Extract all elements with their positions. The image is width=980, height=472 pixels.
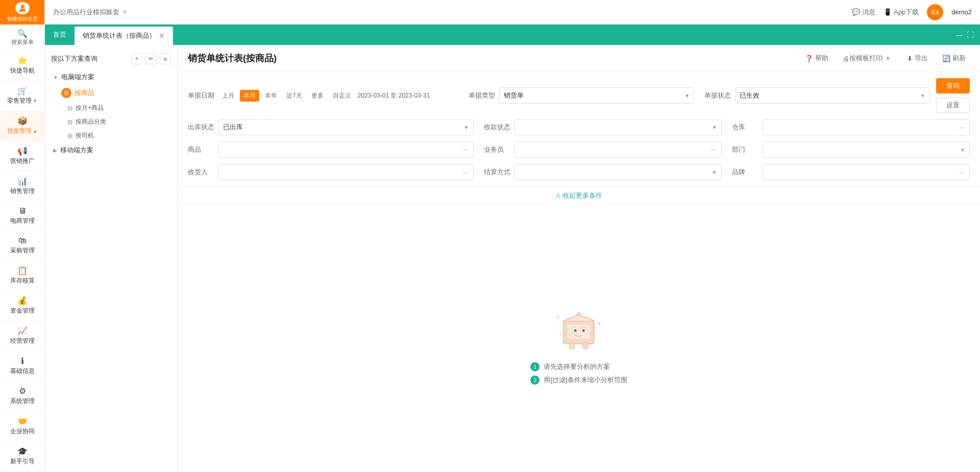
topbar-actions: 💬 消息 📱 App下载 Ea demo2 bbox=[852, 4, 972, 20]
sidebar-item-operations[interactable]: 📈 经营管理 bbox=[0, 321, 44, 351]
basic-info-label: 基础信息 bbox=[10, 367, 35, 375]
setting-button[interactable]: 设置 bbox=[936, 98, 970, 113]
sidebar-item-finance[interactable]: 💰 资金管理 bbox=[0, 291, 44, 321]
sidebar-item-wholesale[interactable]: 📦 批发管理 ▲ bbox=[0, 111, 44, 141]
tab-sales-stat-label: 销货单统计表（按商品） bbox=[83, 31, 156, 40]
brand-label: 品牌 bbox=[732, 168, 763, 177]
minimize-button[interactable]: — bbox=[955, 31, 963, 39]
tree-sub-item-goods-category[interactable]: ▤ 按商品分类 bbox=[45, 115, 177, 129]
add-scheme-button[interactable]: + bbox=[131, 53, 142, 64]
print-label: 按模板打印 bbox=[849, 54, 883, 63]
settle-select[interactable]: ▼ bbox=[514, 164, 722, 180]
sales-icon: 📊 bbox=[17, 176, 28, 186]
brand-select[interactable]: ··· bbox=[763, 164, 970, 180]
collapse-conditions-bar[interactable]: ∧ 收起更多条件 bbox=[178, 187, 980, 205]
doc-type-value: 销货单 bbox=[504, 91, 524, 100]
date-custom-btn[interactable]: 自定义 bbox=[329, 90, 355, 102]
brand-dots[interactable]: ··· bbox=[959, 168, 965, 176]
warehouse-select[interactable]: ··· bbox=[763, 119, 970, 135]
salesman-select[interactable]: ··· bbox=[514, 141, 722, 158]
out-status-field: 出库状态 已出库 ▼ bbox=[188, 119, 474, 135]
message-button[interactable]: 💬 消息 bbox=[852, 8, 875, 17]
driver-icon: ▤ bbox=[67, 132, 72, 139]
sidebar-item-retail[interactable]: 🛒 零售管理 ▼ bbox=[0, 81, 44, 111]
refresh-button[interactable]: 🔄 刷新 bbox=[938, 52, 970, 65]
sidebar-item-basic-info[interactable]: ℹ 基础信息 bbox=[0, 351, 44, 381]
app-download-button[interactable]: 📱 App下载 bbox=[884, 8, 919, 17]
edit-scheme-button[interactable]: ✏ bbox=[145, 53, 157, 64]
tree-section-pc-header[interactable]: ▼ 电脑端方案 bbox=[45, 69, 177, 85]
receiver-select[interactable]: ··· bbox=[218, 164, 474, 180]
print-dropdown-icon[interactable]: ▼ bbox=[883, 53, 893, 63]
sidebar-search[interactable]: 🔍 搜索菜单 bbox=[0, 25, 44, 51]
month-goods-icon: ▤ bbox=[67, 105, 72, 111]
sidebar-item-ecommerce[interactable]: 🖥 电商管理 bbox=[0, 201, 44, 231]
export-button[interactable]: ⬇ 导出 bbox=[903, 52, 932, 65]
tab-home[interactable]: 首页 bbox=[45, 25, 75, 45]
warehouse-dots[interactable]: ··· bbox=[959, 123, 965, 131]
query-button[interactable]: 查询 bbox=[936, 78, 970, 93]
warehouse-label: 仓库 bbox=[732, 123, 763, 132]
print-button[interactable]: 🖨 按模板打印 ▼ bbox=[839, 51, 897, 65]
goods-field: 商品 ··· bbox=[188, 141, 474, 158]
goods-select[interactable]: ··· bbox=[218, 141, 474, 158]
svg-text:✦: ✦ bbox=[597, 320, 602, 327]
salesman-label: 业务员 bbox=[484, 145, 514, 154]
print-icon: 🖨 bbox=[843, 55, 849, 62]
sidebar-item-cooperation[interactable]: 🤝 企业协同 bbox=[0, 411, 44, 441]
settle-label: 结算方式 bbox=[484, 168, 514, 177]
svg-point-6 bbox=[582, 329, 585, 332]
tab-sales-stat[interactable]: 销货单统计表（按商品） ✕ bbox=[75, 27, 173, 45]
settle-field: 结算方式 ▼ bbox=[484, 164, 722, 180]
date-this-year-btn[interactable]: 本年 bbox=[261, 90, 281, 102]
quick-nav-icon: ⭐ bbox=[17, 56, 28, 65]
date-more-btn[interactable]: 更多 bbox=[308, 90, 327, 102]
doc-status-select[interactable]: 已生效 ▼ bbox=[735, 87, 930, 104]
doc-type-select[interactable]: 销货单 ▼ bbox=[499, 87, 694, 104]
tree-section-mobile: ▶ 移动端方案 bbox=[45, 143, 177, 158]
empty-illustration: ? ✦ ✦ bbox=[548, 293, 609, 354]
sidebar-item-marketing[interactable]: 📢 营销推广 bbox=[0, 141, 44, 171]
form-row-2: 出库状态 已出库 ▼ 收款状态 ▼ bbox=[188, 119, 970, 135]
salesman-dots[interactable]: ··· bbox=[711, 146, 717, 154]
sidebar-item-quick-nav[interactable]: ⭐ 快捷导航 bbox=[0, 51, 44, 81]
brand-field: 品牌 ··· bbox=[732, 164, 970, 180]
date-7days-btn[interactable]: 近7天 bbox=[283, 90, 306, 102]
out-status-select[interactable]: 已出库 ▼ bbox=[218, 119, 474, 135]
topbar: 办公用品行业模拟账套 ▼ 💬 消息 📱 App下载 Ea demo2 bbox=[45, 0, 980, 25]
message-icon: 💬 bbox=[852, 8, 860, 16]
goods-category-icon: ▤ bbox=[67, 119, 72, 125]
retail-arrow: ▼ bbox=[33, 98, 38, 104]
sidebar-item-purchase[interactable]: 🛍 采购管理 bbox=[0, 231, 44, 261]
date-field: 单据日期 上月 本月 本年 近7天 更多 自定义 2023-03-01 至 20… bbox=[188, 90, 458, 102]
form-row-3: 商品 ··· 业务员 ··· bbox=[188, 141, 970, 158]
maximize-button[interactable]: ⛶ bbox=[967, 31, 974, 39]
help-label: 帮助 bbox=[815, 54, 828, 63]
sidebar-item-system[interactable]: ⚙ 系统管理 bbox=[0, 381, 44, 411]
receiver-label: 收货人 bbox=[188, 168, 218, 177]
goods-category-label: 按商品分类 bbox=[76, 117, 106, 126]
finance-icon: 💰 bbox=[17, 296, 28, 305]
collect-status-label: 收款状态 bbox=[484, 123, 514, 132]
tab-close-icon[interactable]: ✕ bbox=[159, 32, 165, 39]
help-button[interactable]: ❓ 帮助 bbox=[801, 52, 832, 65]
tree-sub-item-month-goods[interactable]: ▤ 按月+商品 bbox=[45, 101, 177, 115]
system-icon: ⚙ bbox=[19, 386, 26, 396]
sidebar-item-guide[interactable]: 🎓 新手引导 bbox=[0, 441, 44, 471]
sidebar-item-sales[interactable]: 📊 销售管理 bbox=[0, 171, 44, 201]
receiver-dots[interactable]: ··· bbox=[463, 168, 469, 176]
avatar[interactable]: Ea bbox=[927, 4, 943, 20]
collapse-panel-button[interactable]: « bbox=[160, 53, 171, 64]
department-select[interactable]: ▼ bbox=[763, 141, 970, 158]
filter-panel-title: 按以下方案查询 bbox=[51, 54, 128, 63]
date-prev-month-btn[interactable]: 上月 bbox=[218, 90, 238, 102]
collect-status-select[interactable]: ▼ bbox=[514, 119, 722, 135]
tree-section-mobile-header[interactable]: ▶ 移动端方案 bbox=[45, 143, 177, 158]
collect-status-field: 收款状态 ▼ bbox=[484, 119, 722, 135]
tree-item-by-goods[interactable]: 按 按商品 bbox=[45, 85, 177, 101]
logo-text: 畅捷信好生意 bbox=[7, 15, 38, 22]
tree-sub-item-driver[interactable]: ▤ 按司机 bbox=[45, 129, 177, 143]
sidebar-item-inventory[interactable]: 📋 库存核算 bbox=[0, 261, 44, 291]
date-this-month-btn[interactable]: 本月 bbox=[240, 90, 259, 102]
goods-dots[interactable]: ··· bbox=[463, 146, 469, 154]
